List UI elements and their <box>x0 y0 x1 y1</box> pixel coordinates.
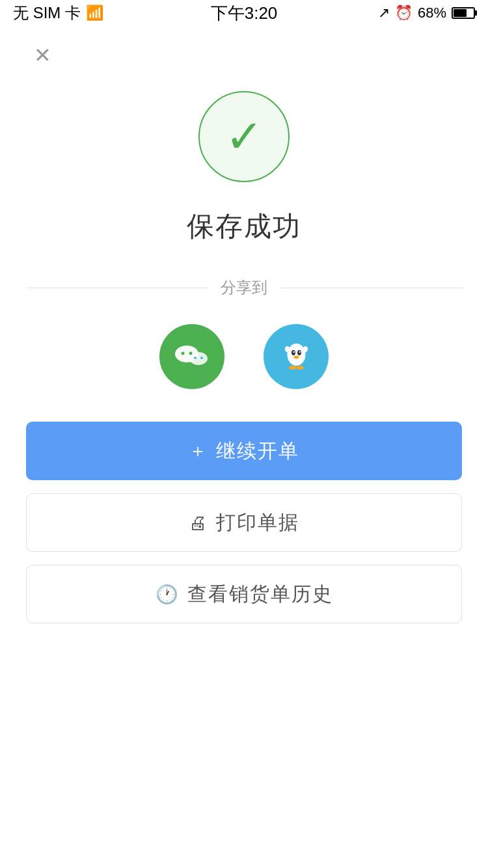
continue-button[interactable]: ＋ 继续开单 <box>26 422 462 480</box>
checkmark-icon: ✓ <box>225 114 264 159</box>
svg-point-9 <box>297 350 301 355</box>
close-icon: ✕ <box>34 45 51 66</box>
location-icon: ↗ <box>378 5 390 21</box>
battery-icon <box>452 7 475 19</box>
continue-label: 继续开单 <box>216 438 299 465</box>
success-circle: ✓ <box>198 91 290 182</box>
divider-left <box>26 288 208 288</box>
qq-icon <box>278 339 314 375</box>
svg-point-15 <box>289 366 297 370</box>
share-icons <box>26 324 462 389</box>
print-label: 打印单据 <box>216 509 299 536</box>
svg-point-5 <box>200 357 203 359</box>
carrier-text: 无 SIM 卡 <box>13 3 81 23</box>
alarm-icon: ⏰ <box>395 5 413 21</box>
status-time: 下午3:20 <box>211 2 278 25</box>
clock-icon: 🕐 <box>156 584 180 605</box>
svg-point-8 <box>291 350 295 355</box>
svg-point-10 <box>293 351 294 352</box>
svg-point-3 <box>189 352 193 355</box>
history-label: 查看销货单历史 <box>187 581 333 608</box>
main-content: ✕ ✓ 保存成功 分享到 <box>0 26 488 662</box>
status-left: 无 SIM 卡 📶 <box>13 3 103 23</box>
wifi-icon: 📶 <box>86 5 103 21</box>
plus-icon: ＋ <box>189 439 208 463</box>
svg-point-12 <box>293 355 299 359</box>
share-divider: 分享到 <box>26 277 462 298</box>
share-label: 分享到 <box>221 277 267 298</box>
battery-percent: 68% <box>418 5 446 21</box>
wechat-icon <box>172 337 211 376</box>
qq-share-button[interactable] <box>264 324 329 389</box>
svg-point-4 <box>194 357 197 359</box>
status-right: ↗ ⏰ 68% <box>378 5 475 21</box>
printer-icon: 🖨 <box>189 512 208 534</box>
print-button[interactable]: 🖨 打印单据 <box>26 493 462 552</box>
svg-point-7 <box>290 347 303 363</box>
wechat-share-button[interactable] <box>159 324 224 389</box>
svg-point-11 <box>299 351 300 352</box>
share-section: 分享到 <box>26 277 462 389</box>
status-bar: 无 SIM 卡 📶 下午3:20 ↗ ⏰ 68% <box>0 0 488 26</box>
action-buttons: ＋ 继续开单 🖨 打印单据 🕐 查看销货单历史 <box>26 422 462 623</box>
close-button[interactable]: ✕ <box>26 39 59 72</box>
success-title: 保存成功 <box>187 208 301 245</box>
history-button[interactable]: 🕐 查看销货单历史 <box>26 565 462 623</box>
divider-right <box>280 288 462 288</box>
svg-point-16 <box>296 366 304 370</box>
svg-point-2 <box>182 352 185 355</box>
